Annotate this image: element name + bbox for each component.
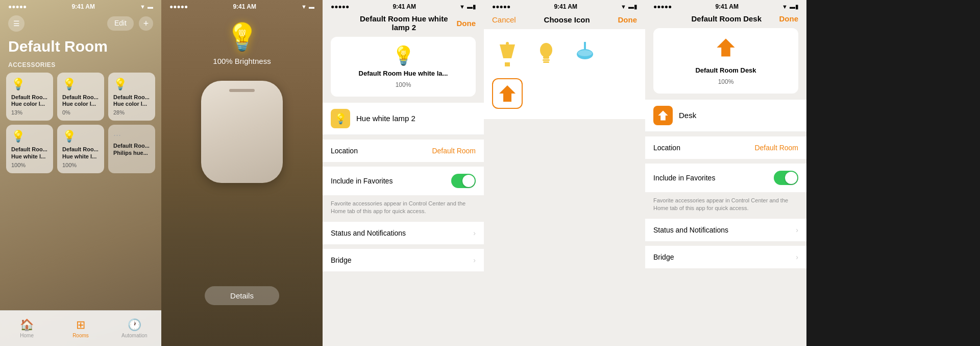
desk-bridge-row[interactable]: Bridge › xyxy=(645,246,806,268)
edit-button[interactable]: Edit xyxy=(107,16,134,31)
desk-bridge-chevron-icon: › xyxy=(796,253,798,261)
p3-wifi-icon: ▼ xyxy=(459,4,465,10)
p3-signal-icon: ●●●●● xyxy=(331,3,349,10)
desk-name-text: Desk xyxy=(679,111,696,120)
signal-icon: ●●●●● xyxy=(8,3,27,10)
bridge-chevron-icon: › xyxy=(473,256,476,264)
desk-location-label: Location xyxy=(653,144,680,152)
panel3-navigation: Default Room Hue white lamp 2 Done xyxy=(323,11,484,37)
nav-label-home: Home xyxy=(20,333,34,338)
status-bar-panel1: ●●●●● 9:41 AM ▼ ▬ xyxy=(0,0,161,11)
location-row[interactable]: Location Default Room xyxy=(323,140,484,162)
p4-battery-icon: ▬▮ xyxy=(628,4,637,10)
status-time: 9:41 AM xyxy=(71,3,95,10)
accessory-tile-1[interactable]: 💡 Default Roo...Hue color l... 13% xyxy=(6,73,53,121)
name-icon-row[interactable]: 💡 Hue white lamp 2 xyxy=(323,103,484,135)
accessories-section-label: Accessories xyxy=(0,61,161,73)
desk-name-row: Desk xyxy=(645,100,806,132)
desk-bridge-section: Bridge › xyxy=(645,246,806,268)
svg-rect-6 xyxy=(543,61,549,63)
bridge-label: Bridge xyxy=(331,256,351,264)
status-chevron-icon: › xyxy=(473,229,476,237)
add-button[interactable]: + xyxy=(139,16,153,31)
favorites-row[interactable]: Include in Favorites xyxy=(323,167,484,195)
accessory-tile-4[interactable]: 💡 Default Roo...Hue white l... 100% xyxy=(6,125,53,173)
desk-bridge-label: Bridge xyxy=(653,253,674,261)
tile-icon-2: 💡 xyxy=(62,78,99,91)
desk-location-section: Location Default Room xyxy=(645,136,806,159)
svg-point-3 xyxy=(540,43,552,57)
desk-favorites-section: Include in Favorites xyxy=(645,164,806,192)
tile-name-5: Default Roo...Hue white l... xyxy=(62,146,99,159)
lamp-icon-large: 💡 xyxy=(226,21,259,53)
nav-item-automation[interactable]: 🕐 Automation xyxy=(108,318,161,338)
location-section: Location Default Room xyxy=(323,140,484,162)
desk-preview-icon xyxy=(715,36,737,63)
accessory-tile-6[interactable]: ··· Default Roo...Philips hue... xyxy=(108,125,155,173)
desk-preview-value: 100% xyxy=(718,78,734,85)
tile-name-2: Default Roo...Hue color l... xyxy=(62,94,99,107)
icon-option-arrow-selected[interactable] xyxy=(492,78,523,109)
accessory-tile-5[interactable]: 💡 Default Roo...Hue white l... 100% xyxy=(57,125,104,173)
automation-icon: 🕐 xyxy=(128,318,141,332)
desk-icon-box xyxy=(653,106,673,125)
tile-icon-1: 💡 xyxy=(11,78,48,91)
desk-location-row[interactable]: Location Default Room xyxy=(645,136,806,159)
tile-value-2: 0% xyxy=(62,109,99,116)
p2-signal-icon: ●●●●● xyxy=(169,3,188,10)
preview-name: Default Room Hue white la... xyxy=(359,70,448,78)
p4-status-time: 9:41 AM xyxy=(554,3,577,10)
accessory-tile-2[interactable]: 💡 Default Roo...Hue color l... 0% xyxy=(57,73,104,121)
svg-rect-5 xyxy=(543,59,550,61)
tile-value-3: 28% xyxy=(113,109,150,116)
panel-lamp-settings: ●●●●● 9:41 AM ▼ ▬▮ Default Room Hue whit… xyxy=(323,0,484,346)
p5-section-gap-3 xyxy=(645,242,806,246)
panel4-done-button[interactable]: Done xyxy=(618,15,638,24)
tile-name-1: Default Roo...Hue color l... xyxy=(11,94,48,107)
tile-name-6: Default Roo...Philips hue... xyxy=(113,143,150,156)
status-icons-panel1: ▼ ▬ xyxy=(140,4,153,10)
panel3-nav-title: Default Room Hue white lamp 2 xyxy=(351,14,457,32)
tile-value-4: 100% xyxy=(11,162,48,168)
accessory-tile-3[interactable]: 💡 Default Roo...Hue color l... 28% xyxy=(108,73,155,121)
p4-status-icons: ▼ ▬▮ xyxy=(621,4,637,10)
status-notifications-row[interactable]: Status and Notifications › xyxy=(323,222,484,244)
svg-point-2 xyxy=(506,42,509,45)
p5-status-icons: ▼ ▬▮ xyxy=(782,4,798,10)
cancel-button[interactable]: Cancel xyxy=(492,15,516,24)
panel1-header: ☰ Edit + xyxy=(0,11,161,36)
svg-rect-7 xyxy=(584,42,586,50)
nav-item-home[interactable]: 🏠 Home xyxy=(0,318,54,338)
favorites-toggle[interactable] xyxy=(451,174,476,188)
status-bar-panel2: ●●●●● 9:41 AM ▼ ▬ xyxy=(161,0,323,11)
favorites-note: Favorite accessories appear in Control C… xyxy=(323,196,484,222)
icon-option-lamp-table[interactable] xyxy=(492,39,523,70)
panel3-done-button[interactable]: Done xyxy=(457,19,476,28)
lamp-brightness-content: 💡 100% Brightness xyxy=(161,11,323,183)
p3-status-time: 9:41 AM xyxy=(393,3,416,10)
desk-status-notifications-row[interactable]: Status and Notifications › xyxy=(645,219,806,241)
desk-favorites-toggle[interactable] xyxy=(774,171,798,185)
desk-favorites-row[interactable]: Include in Favorites xyxy=(645,164,806,192)
device-icon: 💡 xyxy=(334,112,347,125)
icon-option-bulb[interactable] xyxy=(531,39,561,70)
panel4-navigation: Cancel Choose Icon Done xyxy=(484,11,645,29)
bottom-navigation: 🏠 Home ⊞ Rooms 🕐 Automation xyxy=(0,310,161,346)
remaining-space xyxy=(806,0,980,346)
bridge-section: Bridge › xyxy=(323,249,484,271)
tile-name-4: Default Roo...Hue white l... xyxy=(11,146,48,159)
nav-item-rooms[interactable]: ⊞ Rooms xyxy=(54,318,107,338)
desk-location-value: Default Room xyxy=(754,144,798,152)
svg-point-9 xyxy=(578,50,592,56)
panel-default-room: ●●●●● 9:41 AM ▼ ▬ ☰ Edit + Default Room … xyxy=(0,0,161,346)
icon-option-pendant[interactable] xyxy=(570,39,600,70)
wifi-icon: ▼ xyxy=(140,4,145,10)
desk-name-icon-row[interactable]: Desk xyxy=(645,100,806,132)
menu-button[interactable]: ☰ xyxy=(8,15,24,32)
panel5-done-button[interactable]: Done xyxy=(779,14,799,23)
favorites-section: Include in Favorites xyxy=(323,167,484,195)
svg-marker-1 xyxy=(500,44,515,58)
details-button[interactable]: Details xyxy=(205,286,279,305)
svg-rect-4 xyxy=(543,56,549,59)
bridge-row[interactable]: Bridge › xyxy=(323,249,484,271)
